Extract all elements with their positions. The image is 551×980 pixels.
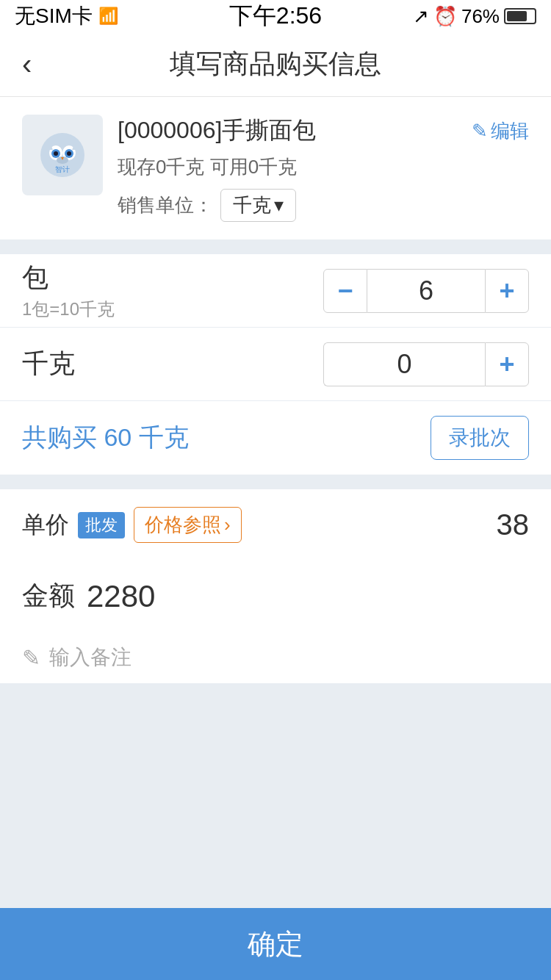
unit-chevron-icon: ▾: [274, 194, 284, 217]
pack-input-row: 包 1包=10千克 − +: [0, 254, 551, 328]
battery-percent: 76%: [461, 5, 500, 28]
amount-wrapper: 金额 2280 ✎ 输入备注: [0, 561, 551, 683]
pencil-icon: ✎: [22, 645, 40, 671]
total-label: 共购买: [22, 423, 97, 451]
amount-label: 金额: [22, 578, 75, 614]
total-amount: 60: [104, 423, 132, 451]
pack-plus-button[interactable]: +: [485, 269, 529, 313]
status-right: ↗ ⏰ 76%: [413, 5, 536, 28]
section-divider-2: [0, 475, 551, 489]
product-stock: 现存0千克 可用0千克: [118, 154, 529, 180]
amount-value: 2280: [87, 579, 155, 614]
pack-sub-label: 1包=10千克: [22, 298, 323, 321]
price-ref-button[interactable]: 价格参照 ›: [134, 507, 242, 543]
batch-button[interactable]: 录批次: [431, 416, 529, 460]
confirm-button[interactable]: 确定: [0, 908, 551, 980]
page-title: 填写商品购买信息: [170, 46, 381, 82]
amount-row: 金额 2280: [0, 561, 551, 632]
product-unit-row: 销售单位： 千克 ▾: [118, 189, 529, 222]
confirm-label: 确定: [248, 926, 303, 963]
total-row: 共购买 60 千克 录批次: [0, 401, 551, 475]
pack-controls: − +: [323, 269, 529, 313]
input-section: 包 1包=10千克 − + 千克 +: [0, 254, 551, 401]
battery-fill: [507, 11, 527, 21]
price-value: 38: [497, 508, 530, 541]
total-text: 共购买 60 千克: [22, 421, 189, 455]
kg-quantity-input[interactable]: [323, 342, 485, 386]
kg-label: 千克: [22, 346, 323, 382]
product-image: 智计: [37, 129, 88, 181]
product-card: 智计 [0000006]手撕面包 ✎ 编辑 现存0千克 可用0千克 销售单位： …: [0, 97, 551, 239]
back-button[interactable]: ‹: [15, 40, 39, 88]
pack-label: 包: [22, 260, 323, 296]
wifi-icon: 📶: [98, 7, 118, 26]
product-name: [0000006]手撕面包: [118, 115, 316, 147]
edit-label: 编辑: [491, 118, 529, 144]
status-left: 无SIM卡 📶: [15, 2, 118, 30]
alarm-icon: ⏰: [433, 5, 457, 28]
kg-plus-button[interactable]: +: [485, 342, 529, 386]
price-label-group: 单价 批发 价格参照 ›: [22, 507, 242, 543]
price-tag: 批发: [78, 512, 125, 538]
edit-icon: ✎: [472, 120, 488, 143]
kg-controls: +: [323, 342, 529, 386]
bottom-empty-area: [0, 683, 551, 908]
price-row: 单价 批发 价格参照 › 38: [22, 507, 529, 543]
section-divider-1: [0, 239, 551, 254]
pack-quantity-input[interactable]: [367, 269, 485, 313]
product-name-row: [0000006]手撕面包 ✎ 编辑: [118, 115, 529, 147]
product-thumbnail: 智计: [22, 115, 103, 195]
svg-text:智计: 智计: [55, 165, 70, 173]
time-display: 下午2:56: [229, 0, 322, 32]
edit-button[interactable]: ✎ 编辑: [472, 118, 529, 144]
location-icon: ↗: [413, 5, 429, 28]
note-placeholder: 输入备注: [49, 644, 132, 671]
unit-value: 千克: [233, 192, 271, 218]
svg-point-5: [54, 151, 58, 156]
kg-input-row: 千克 +: [0, 328, 551, 401]
pack-label-group: 包 1包=10千克: [22, 260, 323, 321]
note-row[interactable]: ✎ 输入备注: [0, 632, 551, 683]
status-bar: 无SIM卡 📶 下午2:56 ↗ ⏰ 76%: [0, 0, 551, 32]
battery-bar: [504, 8, 536, 24]
svg-point-6: [67, 151, 71, 156]
carrier-text: 无SIM卡: [15, 2, 93, 30]
pack-minus-button[interactable]: −: [323, 269, 367, 313]
price-label: 单价: [22, 509, 69, 541]
kg-label-group: 千克: [22, 346, 323, 382]
price-ref-arrow-icon: ›: [224, 514, 231, 536]
nav-bar: ‹ 填写商品购买信息: [0, 32, 551, 97]
unit-label: 销售单位：: [118, 192, 213, 218]
total-unit: 千克: [139, 423, 189, 451]
price-section: 单价 批发 价格参照 › 38: [0, 489, 551, 561]
product-info: [0000006]手撕面包 ✎ 编辑 现存0千克 可用0千克 销售单位： 千克 …: [118, 115, 529, 222]
price-ref-label: 价格参照: [145, 512, 221, 538]
unit-select[interactable]: 千克 ▾: [220, 189, 296, 222]
